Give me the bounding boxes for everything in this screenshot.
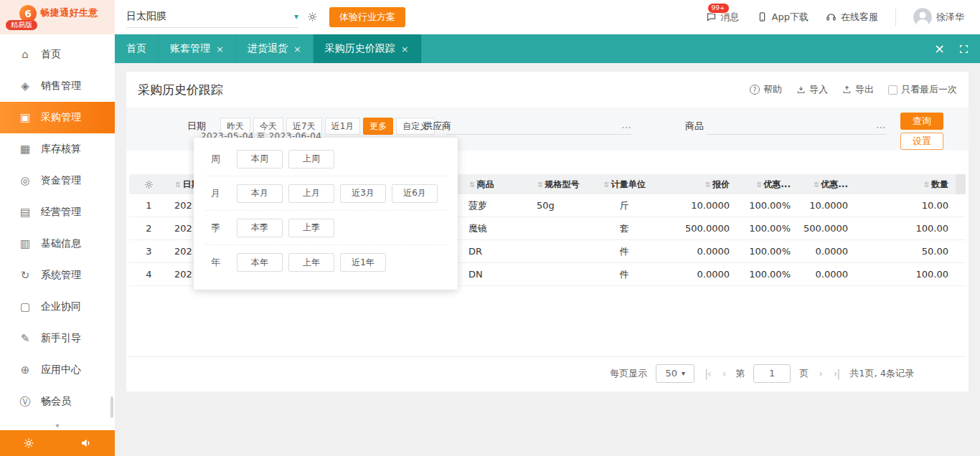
fullscreen-icon[interactable] <box>959 44 969 54</box>
app-download-button[interactable]: App下载 <box>757 11 809 24</box>
online-service-button[interactable]: 在线客服 <box>826 11 878 24</box>
sidebar-item-label: 库存核算 <box>41 143 81 156</box>
export-button[interactable]: 导出 <box>842 83 874 96</box>
next-page-button[interactable]: › <box>817 368 824 379</box>
close-all-tabs-icon[interactable]: × <box>934 42 945 55</box>
help-button[interactable]: ? 帮助 <box>750 83 782 96</box>
sidebar-item-label: 应用中心 <box>41 364 81 376</box>
year-label: 年 <box>211 256 231 269</box>
last-page-button[interactable]: ›| <box>832 368 841 379</box>
sidebar-item-inventory[interactable]: ▦ 库存核算 <box>0 133 115 165</box>
page-suffix-label: 页 <box>799 367 809 380</box>
account-select[interactable]: 日太阳膜 ▾ <box>126 6 298 28</box>
prev-page-button[interactable]: ‹ <box>721 368 727 379</box>
cell-discount-rate: 100.00% <box>735 269 796 280</box>
this-month-button[interactable]: 本月 <box>237 184 283 203</box>
row-scrollbar-gutter <box>956 194 966 217</box>
header-qty[interactable]: ⇅数量 <box>854 179 956 191</box>
tab-account-management[interactable]: 账套管理 × <box>159 34 236 63</box>
query-button[interactable]: 查询 <box>900 113 943 130</box>
topbar-divider <box>895 9 896 26</box>
cell-spec: 50g <box>531 200 592 211</box>
this-week-button[interactable]: 本周 <box>237 150 283 168</box>
filter-last1month-button[interactable]: 近1月 <box>325 118 361 135</box>
sidebar-item-system[interactable]: ↻ 系统管理 <box>0 260 115 291</box>
edition-badge: 精易版 <box>6 20 37 30</box>
sidebar-item-home[interactable]: ⌂ 首页 <box>0 39 115 70</box>
header-discount-rate[interactable]: ⇅优惠... <box>735 179 796 191</box>
per-page-select[interactable]: 50 ▾ <box>656 364 694 383</box>
sidebar-item-member[interactable]: Ⓥ 畅会员 <box>0 386 115 417</box>
collaboration-icon: ▢ <box>19 300 32 313</box>
cell-product: DR <box>463 246 531 257</box>
last-year-button[interactable]: 上年 <box>288 253 334 272</box>
sidebar-item-operations[interactable]: ▤ 经营管理 <box>0 196 115 228</box>
header-spec[interactable]: ⇅规格型号 <box>531 179 592 191</box>
product-input[interactable]: ⋯ <box>707 118 886 135</box>
sidebar-item-app-center[interactable]: ⊕ 应用中心 <box>0 354 115 386</box>
sidebar-scrollbar[interactable] <box>110 396 113 418</box>
import-icon <box>796 85 806 95</box>
user-menu[interactable]: 徐泽华 <box>913 8 964 27</box>
header-product[interactable]: ⇅商品 <box>463 179 531 191</box>
sidebar-item-basic-info[interactable]: ▥ 基础信息 <box>0 228 115 260</box>
sidebar-item-funds[interactable]: ◎ 资金管理 <box>0 165 115 196</box>
sidebar: ⌂ 首页 ◈ 销售管理 ▣ 采购管理 ▦ 库存核算 ◎ 资金管理 ▤ 经营管理 … <box>0 34 115 430</box>
tab-purchase-return[interactable]: 进货退货 × <box>236 34 314 63</box>
industry-solution-button[interactable]: 体验行业方案 <box>329 7 405 27</box>
last-only-toggle[interactable]: 只看最后一次 <box>888 83 957 96</box>
last-quarter-button[interactable]: 上季 <box>288 219 334 237</box>
header-price[interactable]: ⇅报价 <box>656 179 735 191</box>
cell-unit: 斤 <box>592 199 656 212</box>
last-3-months-button[interactable]: 近3月 <box>340 184 386 203</box>
last-week-button[interactable]: 上周 <box>288 150 334 168</box>
pagination-bar: 每页显示 50 ▾ |‹ ‹ 第 1 页 › ›| 共1页, 4条记录 <box>129 356 966 389</box>
messages-button[interactable]: 99+ 消息 <box>706 11 740 24</box>
settings-button[interactable]: 设置 <box>900 133 943 150</box>
account-settings-gear-icon[interactable] <box>307 11 318 22</box>
import-button[interactable]: 导入 <box>796 83 828 96</box>
topbar: 6 畅捷通好生意 精易版 日太阳膜 ▾ 体验行业方案 99+ 消息 App下载 … <box>0 0 980 34</box>
first-page-button[interactable]: |‹ <box>703 368 712 379</box>
last-6-months-button[interactable]: 近6月 <box>392 184 438 203</box>
cell-discount-price: 0.0000 <box>796 269 854 280</box>
avatar <box>913 8 932 27</box>
footer-gear-icon[interactable] <box>23 437 34 449</box>
row-scrollbar-gutter <box>956 263 966 285</box>
header-discount-price[interactable]: ⇅优惠... <box>796 179 854 191</box>
sidebar-item-label: 畅会员 <box>41 395 71 408</box>
close-icon[interactable]: × <box>401 44 409 54</box>
tab-label: 账套管理 <box>170 42 210 55</box>
last-month-button[interactable]: 上月 <box>288 184 334 203</box>
cell-price: 0.0000 <box>656 269 735 280</box>
sidebar-item-collaboration[interactable]: ▢ 企业协同 <box>0 291 115 323</box>
page-number-input[interactable]: 1 <box>753 364 791 383</box>
sidebar-scroll-more-icon: ▾ <box>0 422 115 429</box>
this-quarter-button[interactable]: 本季 <box>237 219 283 237</box>
column-settings-button[interactable] <box>129 180 169 189</box>
week-label: 周 <box>211 153 231 166</box>
header-unit[interactable]: ⇅计量单位 <box>592 179 656 191</box>
footer-announcement-icon[interactable] <box>80 437 92 449</box>
filter-more-button[interactable]: 更多 <box>363 118 393 135</box>
close-icon[interactable]: × <box>216 44 224 54</box>
product-picker-icon[interactable]: ⋯ <box>876 122 886 132</box>
account-name: 日太阳膜 <box>126 10 166 23</box>
supplier-picker-icon[interactable]: ⋯ <box>621 122 631 132</box>
import-label: 导入 <box>809 83 828 96</box>
year-row: 年 本年 上年 近1年 <box>205 245 446 280</box>
row-scrollbar-gutter <box>956 217 966 239</box>
cell-price: 0.0000 <box>656 246 735 257</box>
last-only-checkbox[interactable] <box>888 85 897 95</box>
last-1-year-button[interactable]: 近1年 <box>340 253 386 272</box>
sidebar-item-purchase[interactable]: ▣ 采购管理 <box>0 102 115 133</box>
sidebar-item-sales[interactable]: ◈ 销售管理 <box>0 70 115 102</box>
header-scrollbar-gutter <box>956 174 966 194</box>
supplier-input[interactable]: ⋯ <box>446 118 631 135</box>
tab-purchase-history-price[interactable]: 采购历史价跟踪 × <box>314 34 421 63</box>
close-icon[interactable]: × <box>293 44 301 54</box>
sidebar-item-guide[interactable]: ✎ 新手引导 <box>0 323 115 354</box>
sort-icon: ⇅ <box>705 181 710 189</box>
this-year-button[interactable]: 本年 <box>237 253 283 272</box>
tab-home[interactable]: 首页 <box>115 34 159 63</box>
